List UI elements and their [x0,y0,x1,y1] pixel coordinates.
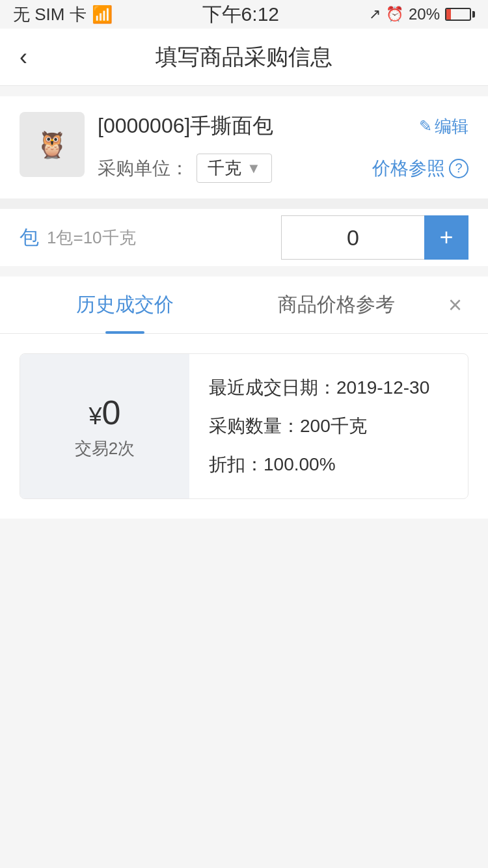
product-unit-row: 采购单位： 千克 ▼ 价格参照 ? [98,154,468,183]
purchase-qty-row: 采购数量：200千克 [209,412,448,441]
sim-status: 无 SIM 卡 [13,3,87,26]
nav-bar: ‹ 填写商品采购信息 [0,29,488,86]
unit-box-label: 包 [20,224,39,251]
section-divider [0,198,488,209]
discount-value: 100.00% [264,454,336,474]
nav-title: 填写商品采购信息 [156,42,332,72]
unit-select[interactable]: 千克 ▼ [197,154,272,183]
product-info: [0000006]手撕面包 ✎ 编辑 采购单位： 千克 ▼ 价格参照 ? [98,112,468,183]
product-thumbnail: 🦉 [36,129,68,160]
unit-hint: 1包=10千克 [47,226,136,249]
tab-product-label: 商品价格参考 [278,292,395,318]
recent-date-value: 2019-12-30 [336,377,429,398]
battery-indicator [445,8,475,21]
transaction-card: ¥0 交易2次 最近成交日期：2019-12-30 采购数量：200千克 折扣：… [20,353,468,499]
product-header: [0000006]手撕面包 ✎ 编辑 [98,112,468,141]
product-image: 🦉 [20,112,85,177]
status-left: 无 SIM 卡 📶 [13,3,113,26]
bottom-space [0,519,488,868]
tab-header: 历史成交价 商品价格参考 × [0,277,488,334]
price-ref-button[interactable]: 价格参照 ? [372,156,468,181]
edit-label: 编辑 [435,115,468,138]
wifi-icon: 📶 [92,5,113,25]
tab-section: 历史成交价 商品价格参考 × ¥0 交易2次 最近成交日期：2019-12-30… [0,277,488,519]
quantity-input[interactable] [281,215,424,260]
transaction-area: ¥0 交易2次 最近成交日期：2019-12-30 采购数量：200千克 折扣：… [0,334,488,519]
transaction-summary: ¥0 交易2次 [20,354,189,498]
alarm-icon: ⏰ [386,6,403,23]
question-icon: ? [449,159,468,178]
quantity-left: 包 1包=10千克 [20,224,136,251]
battery-pct: 20% [409,5,440,23]
status-time: 下午6:12 [202,1,279,28]
edit-icon: ✎ [419,117,432,135]
purchase-qty-label: 采购数量： [209,416,300,436]
tab-history-price[interactable]: 历史成交价 [20,277,230,334]
price-value: 0 [102,394,121,431]
price-display: ¥0 [89,393,121,432]
price-ref-label: 价格参照 [372,156,445,181]
quantity-right: + [281,215,468,260]
status-bar: 无 SIM 卡 📶 下午6:12 ↗ ⏰ 20% [0,0,488,29]
plus-button[interactable]: + [424,215,468,260]
product-name: [0000006]手撕面包 [98,112,273,141]
recent-date-label: 最近成交日期： [209,377,336,398]
purchase-qty-value: 200千克 [300,416,367,436]
transaction-details: 最近成交日期：2019-12-30 采购数量：200千克 折扣：100.00% [189,354,468,498]
quantity-row: 包 1包=10千克 + [0,209,488,266]
close-button[interactable]: × [442,292,468,319]
discount-label: 折扣： [209,454,264,474]
status-right: ↗ ⏰ 20% [369,5,475,23]
trade-count: 交易2次 [75,437,135,460]
product-card: 🦉 [0000006]手撕面包 ✎ 编辑 采购单位： 千克 ▼ 价格参照 ? [0,96,488,198]
yen-symbol: ¥ [89,403,102,429]
location-icon: ↗ [369,6,381,23]
unit-label: 采购单位： [98,156,189,181]
chevron-down-icon: ▼ [247,160,261,177]
discount-row: 折扣：100.00% [209,450,448,480]
tab-history-label: 历史成交价 [76,292,174,318]
unit-value: 千克 [208,157,241,180]
edit-button[interactable]: ✎ 编辑 [419,115,468,138]
tab-product-price-ref[interactable]: 商品价格参考 [230,277,441,334]
recent-date-row: 最近成交日期：2019-12-30 [209,373,448,403]
back-button[interactable]: ‹ [20,44,27,71]
